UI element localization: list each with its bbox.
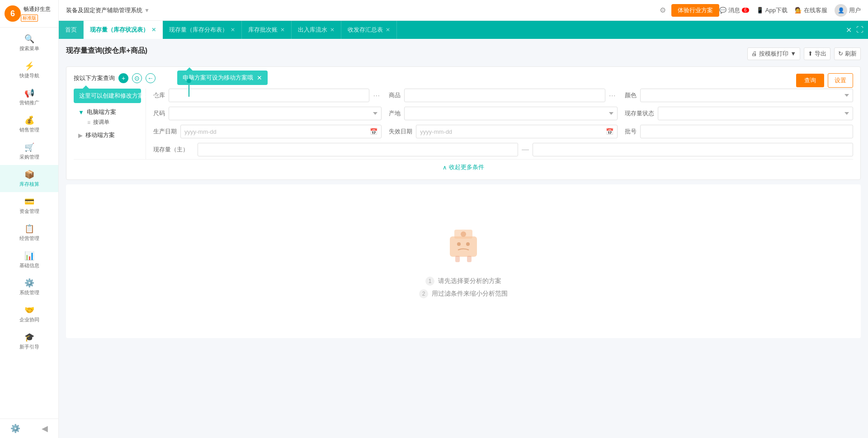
tabbar: 首页 现存量（库存状况表） ✕ 现存量（库存分布表） ✕ 库存批次账 ✕ 出入库… [59,21,868,39]
user-label: 用户 [849,6,861,14]
stock-main-input-to[interactable] [533,143,853,156]
tab-receive-summary-label: 收发存汇总表 [348,26,383,34]
tab-inventory-dist[interactable]: 现存量（库存分布表） ✕ [163,21,242,39]
goods-input[interactable] [404,89,605,102]
scheme-tooltip-close-icon[interactable]: ✕ [257,74,262,81]
tab-close-icon[interactable]: ✕ [280,27,285,33]
sidebar-nav: 🔍 搜索菜单 ⚡ 快捷导航 📢 营销推广 💰 销售管理 🛒 采购管理 📦 库存核… [0,28,58,419]
filter-cell-expire-date: 失效日期 yyyy-mm-dd 📅 [389,125,617,138]
expire-date-text: yyyy-mm-dd [420,128,452,135]
scheme-tree-desktop[interactable]: ▼ 电脑端方案 [74,107,141,118]
tab-inout-flow-label: 出入库流水 [298,26,327,34]
quick-icon: ⚡ [24,61,34,71]
tab-close-icon[interactable]: ✕ [386,27,390,33]
sidebar-item-marketing[interactable]: 📢 营销推广 [0,84,58,111]
sidebar-item-operation[interactable]: 📋 经营管理 [0,219,58,246]
sidebar-item-purchase[interactable]: 🛒 采购管理 [0,138,58,165]
size-label: 尺码 [153,109,165,118]
warehouse-dots-icon[interactable]: ··· [371,91,382,100]
refresh-icon: ↻ [838,50,843,57]
sidebar-item-search[interactable]: 🔍 搜索菜单 [0,29,58,57]
operation-icon: 📋 [24,224,34,234]
sidebar-bottom: ⚙️ ◀ [0,419,58,438]
stock-main-input-from[interactable] [198,143,518,156]
scheme-edit-tooltip-close-icon[interactable]: ✕ [153,92,159,99]
sidebar-item-label: 新手引导 [19,344,39,350]
tab-close-icon[interactable]: ✕ [151,27,156,33]
tab-home[interactable]: 首页 [59,21,84,39]
filter-add-button[interactable]: + [118,73,128,83]
sidebar-logo: 6 畅通好生意 标准版 [0,0,58,28]
collapse-bar[interactable]: ∧ 收起更多条件 [74,159,853,175]
size-select[interactable] [169,107,382,120]
empty-illustration [441,221,486,266]
color-select[interactable] [640,89,853,102]
expire-date-input[interactable]: yyyy-mm-dd 📅 [416,125,617,138]
scheme-edit-popup: 这里可以创建和修改方案哦 ✕ [74,89,141,103]
filter-cell-batch: 批号 [625,125,853,138]
batch-input[interactable] [640,125,853,138]
warehouse-input[interactable] [169,89,369,102]
close-all-tabs-icon[interactable]: ✕ [846,26,852,34]
app-download-label: App下载 [765,6,788,14]
marketing-icon: 📢 [24,88,34,98]
collapse-sidebar-icon[interactable]: ◀ [42,424,48,433]
tab-inout-flow[interactable]: 出入库流水 ✕ [292,21,341,39]
export-button[interactable]: ⬆ 导出 [804,47,830,60]
stock-status-select[interactable] [658,107,853,120]
hint-1-num: 1 [425,277,434,286]
online-service-button[interactable]: 💁 在线客服 [795,6,827,14]
message-button[interactable]: 💬 消息 6 [719,6,749,14]
settings-gear-icon[interactable]: ⚙ [660,6,666,14]
tab-batch-account[interactable]: 库存批次账 ✕ [242,21,292,39]
logo-badge: 标准版 [21,14,38,22]
system-selector[interactable]: 装备及固定资产辅助管理系统 ▼ [66,6,150,14]
filter-body: 这里可以创建和修改方案哦 ✕ ▼ 电脑端方案 ≡ 接调单 [74,89,853,159]
basic-icon: 📊 [24,251,34,261]
tab-close-icon[interactable]: ✕ [231,27,235,33]
sidebar-item-system[interactable]: ⚙️ 系统管理 [0,273,58,301]
setting-button[interactable]: 设置 [828,73,853,88]
goods-dots-icon[interactable]: ··· [607,91,618,100]
sidebar-item-finance[interactable]: 💳 资金管理 [0,192,58,219]
app-download-button[interactable]: 📱 App下载 [756,6,788,14]
sidebar-item-guide[interactable]: 🎓 新手引导 [0,328,58,355]
dot-circle [187,79,191,83]
produce-date-label: 生产日期 [153,127,177,136]
goods-label: 商品 [389,91,401,99]
query-button[interactable]: 查询 [796,74,824,87]
scheme-desktop-item-0[interactable]: ≡ 接调单 [87,118,141,127]
sidebar-item-sales[interactable]: 💰 销售管理 [0,111,58,138]
sidebar-item-basic[interactable]: 📊 基础信息 [0,246,58,273]
filter-cell-stock-status: 现存量状态 [625,107,853,120]
filter-copy-button[interactable]: ⊙ [132,73,142,83]
print-arrow-icon: ▼ [790,50,796,57]
sidebar-item-coop[interactable]: 🤝 企业协同 [0,301,58,328]
tab-inventory-status[interactable]: 现存量（库存状况表） ✕ [84,21,163,39]
user-button[interactable]: 👤 用户 [835,4,861,17]
stock-status-label: 现存量状态 [625,109,654,118]
filter-arrow-button[interactable]: ← [146,73,156,83]
settings-bottom-icon[interactable]: ⚙️ [10,424,20,433]
scheme-tree: ▼ 电脑端方案 ≡ 接调单 ▶ 移动端方案 [74,107,141,141]
print-icon: 🖨 [751,50,757,57]
sidebar-item-label: 企业协同 [19,316,39,323]
tab-receive-summary[interactable]: 收发存汇总表 ✕ [341,21,397,39]
print-button[interactable]: 🖨 按模板打印 ▼ [747,47,800,60]
sidebar-item-quick[interactable]: ⚡ 快捷导航 [0,57,58,84]
tab-home-label: 首页 [65,26,77,34]
produce-date-input[interactable]: yyyy-mm-dd 📅 [180,125,382,138]
origin-select[interactable] [404,107,617,120]
sidebar-item-inventory[interactable]: 📦 库存核算 [0,165,58,192]
refresh-button[interactable]: ↻ 刷新 [834,47,861,60]
sidebar: 6 畅通好生意 标准版 🔍 搜索菜单 ⚡ 快捷导航 📢 营销推广 💰 销售管理 … [0,0,59,438]
scheme-edit-tooltip-text: 这里可以创建和修改方案哦 [79,92,150,100]
fullscreen-icon[interactable]: ⛶ [856,26,863,34]
logo-icon: 6 [5,5,21,22]
scheme-tooltip-popup: 电脑方案可设为移动方案哦 ✕ [177,71,268,85]
trial-button[interactable]: 体验行业方案 [671,4,719,17]
svg-point-2 [461,231,466,237]
scheme-tree-mobile[interactable]: ▶ 移动端方案 [74,130,141,141]
tab-close-icon[interactable]: ✕ [330,27,335,33]
calendar-icon: 📅 [370,128,377,135]
